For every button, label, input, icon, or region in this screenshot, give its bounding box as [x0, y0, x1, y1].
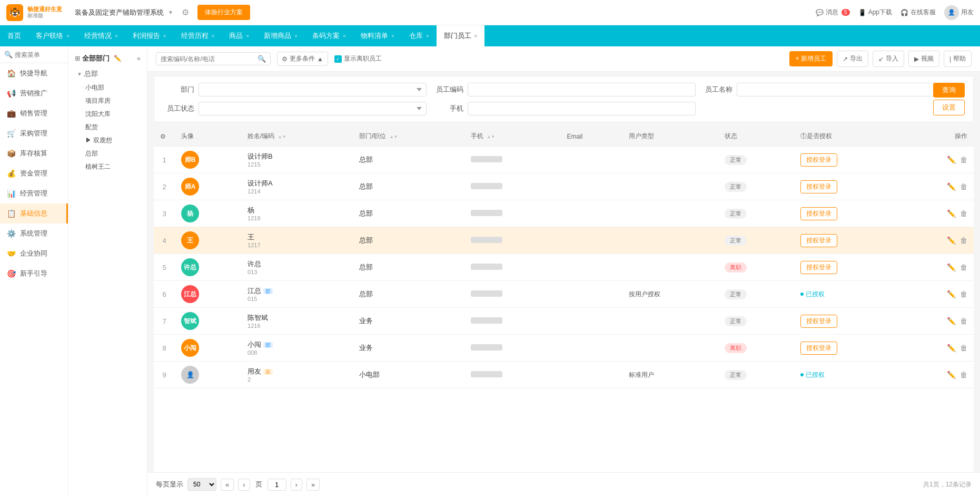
search-wrap: 🔍: [156, 52, 271, 65]
filter-status-select[interactable]: [199, 102, 427, 115]
sidebar-item-quicknav[interactable]: 🏠 快捷导航: [0, 63, 68, 83]
cell-no-7: 8: [154, 335, 175, 362]
dept-item-xiaodian[interactable]: 小电部: [73, 81, 147, 94]
auth-btn-0[interactable]: 授权登录: [800, 153, 837, 167]
search-input[interactable]: [161, 55, 255, 63]
sidebar-item-system[interactable]: ⚙️ 系统管理: [0, 223, 68, 244]
edit-icon-2[interactable]: ✏️: [947, 209, 956, 218]
status-badge-2: 正常: [725, 209, 747, 219]
dept-item-shuanglu[interactable]: ▶ 双鹿想: [73, 134, 147, 147]
delete-icon-5[interactable]: 🗑: [960, 290, 967, 298]
delete-icon-2[interactable]: 🗑: [960, 209, 967, 218]
page-size-select[interactable]: 50 20 100: [187, 478, 216, 491]
sort-phone-icon[interactable]: ▲▼: [487, 135, 495, 139]
auth-btn-6[interactable]: 授权登录: [800, 315, 837, 328]
auth-btn-3[interactable]: 授权登录: [800, 234, 837, 247]
auth-btn-7[interactable]: 授权登录: [800, 342, 837, 355]
tab-history[interactable]: 经营历程×: [174, 25, 222, 46]
edit-icon-1[interactable]: ✏️: [947, 182, 956, 191]
tab-add-goods[interactable]: 新增商品×: [256, 25, 305, 46]
messages-btn[interactable]: 💬 消息 5: [816, 8, 850, 17]
tab-home[interactable]: 首页: [0, 25, 28, 46]
view-btn[interactable]: ▶ 视频: [908, 51, 939, 67]
finance-icon: 💰: [6, 169, 16, 178]
delete-icon-3[interactable]: 🗑: [960, 236, 967, 245]
sort-dept-icon[interactable]: ▲▼: [390, 135, 398, 139]
help-btn[interactable]: | 帮助: [944, 51, 972, 67]
col-settings[interactable]: ⚙: [154, 127, 175, 147]
delete-icon-6[interactable]: 🗑: [960, 317, 967, 325]
sidebar-item-collab[interactable]: 🤝 企业协同: [0, 244, 68, 264]
app-download-btn[interactable]: 📱 App下载: [858, 8, 892, 17]
cell-phone-0: [464, 147, 561, 173]
dept-node-zongbu-parent[interactable]: ▼ 总部: [68, 66, 147, 81]
cell-no-4: 5: [154, 254, 175, 281]
auth-btn-4[interactable]: 授权登录: [800, 261, 837, 274]
edit-icon-8[interactable]: ✏️: [947, 371, 956, 379]
edit-icon-3[interactable]: ✏️: [947, 236, 956, 245]
tab-operation[interactable]: 经营情况×: [77, 25, 125, 46]
auth-btn-2[interactable]: 授权登录: [800, 207, 837, 220]
tab-employees[interactable]: 部门员工×: [437, 25, 485, 46]
tab-customer[interactable]: 客户联络×: [28, 25, 77, 46]
sort-name-icon[interactable]: ▲▼: [278, 135, 286, 139]
dept-item-xiangmu[interactable]: 项目库房: [73, 94, 147, 108]
sidebar-nav: 🏠 快捷导航 📢 营销推广 💼 销售管理 🛒 采购管理 📦 库存核算 💰: [0, 63, 68, 496]
sidebar-item-purchase[interactable]: 🛒 采购管理: [0, 123, 68, 143]
sidebar-search-input[interactable]: [15, 51, 68, 59]
delete-icon-1[interactable]: 🗑: [960, 182, 967, 191]
tab-barcode[interactable]: 条码方案×: [305, 25, 353, 46]
system-dropdown-arrow[interactable]: ▼: [168, 9, 173, 15]
sidebar-item-finance[interactable]: 💰 资金管理: [0, 163, 68, 183]
dept-item-shenyang[interactable]: 沈阳大库: [73, 108, 147, 121]
reset-btn[interactable]: 设置: [933, 100, 965, 115]
settings-icon[interactable]: ⚙: [182, 7, 189, 17]
dept-edit-icon[interactable]: ✏️: [114, 55, 122, 62]
show-resigned-checkbox[interactable]: ✓: [334, 55, 342, 63]
sidebar-item-sales[interactable]: 💼 销售管理: [0, 103, 68, 123]
edit-icon-0[interactable]: ✏️: [947, 155, 956, 164]
import-btn[interactable]: ↙ 导入: [873, 51, 904, 67]
dept-item-zhishu[interactable]: 植树王二: [73, 160, 147, 173]
tab-profit[interactable]: 利润报告×: [125, 25, 174, 46]
edit-icon-5[interactable]: ✏️: [947, 290, 956, 298]
next-page-btn[interactable]: ›: [291, 479, 302, 491]
edit-icon-4[interactable]: ✏️: [947, 263, 956, 271]
tab-warehouse[interactable]: 仓库×: [402, 25, 437, 46]
add-employee-btn[interactable]: + 新增员工: [789, 51, 833, 66]
tab-bom[interactable]: 物料清单×: [353, 25, 402, 46]
last-page-btn[interactable]: »: [306, 479, 320, 491]
first-page-btn[interactable]: «: [221, 479, 234, 491]
sidebar-item-basic[interactable]: 📋 基础信息: [0, 203, 68, 223]
filter-phone-input[interactable]: [468, 102, 696, 115]
user-menu[interactable]: 👤 用友: [944, 5, 974, 20]
filter-dept-label: 部门: [163, 85, 194, 94]
sidebar-item-operations[interactable]: 📊 经营管理: [0, 183, 68, 203]
delete-icon-0[interactable]: 🗑: [960, 155, 967, 164]
delete-icon-7[interactable]: 🗑: [960, 344, 967, 352]
online-service-btn[interactable]: 🎧 在线客服: [900, 8, 936, 17]
sidebar-item-marketing[interactable]: 📢 营销推广: [0, 83, 68, 103]
page-input[interactable]: [268, 479, 286, 491]
more-filter-btn[interactable]: ⚙ 更多条件 ▲: [277, 52, 328, 66]
prev-page-btn[interactable]: ‹: [238, 479, 250, 491]
delete-icon-4[interactable]: 🗑: [960, 263, 967, 271]
auth-btn-1[interactable]: 授权登录: [800, 180, 837, 193]
dept-item-peihuo[interactable]: 配货: [73, 121, 147, 134]
query-btn[interactable]: 查询: [933, 83, 965, 98]
filter-empname-input[interactable]: [737, 83, 965, 96]
filter-empcode-input[interactable]: [468, 83, 696, 96]
tab-goods[interactable]: 商品×: [222, 25, 256, 46]
filter-dept-select[interactable]: [199, 83, 427, 96]
dept-collapse-icon[interactable]: «: [137, 55, 141, 62]
experience-btn[interactable]: 体验行业方案: [197, 5, 250, 20]
export-btn[interactable]: ↗ 导出: [837, 51, 868, 67]
edit-icon-7[interactable]: ✏️: [947, 344, 956, 352]
sidebar-item-inventory[interactable]: 📦 库存核算: [0, 143, 68, 163]
delete-icon-8[interactable]: 🗑: [960, 371, 967, 379]
filter-empcode-label: 员工编码: [432, 85, 463, 94]
edit-icon-6[interactable]: ✏️: [947, 317, 956, 325]
brand-area: 🐯 畅捷通好生意 标准版: [6, 4, 75, 21]
sidebar-item-guide[interactable]: 🎯 新手引导: [0, 264, 68, 284]
dept-item-zongbu[interactable]: 总部: [73, 147, 147, 160]
